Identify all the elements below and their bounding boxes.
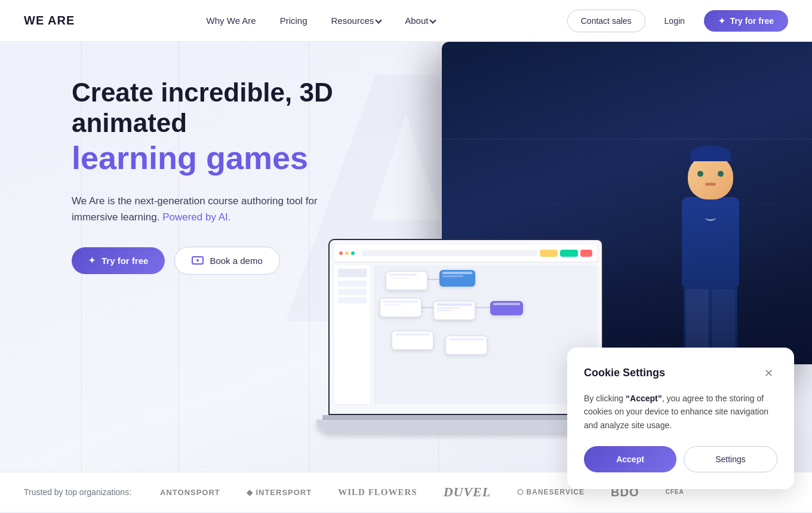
resources-chevron-icon [376,17,382,23]
wf-sidebar [334,265,370,404]
contact-sales-button[interactable]: Contact sales [567,10,645,32]
cookie-banner: Cookie Settings ✕ By clicking “Accept”, … [567,348,794,489]
wf-node-5 [490,301,523,315]
char-torso [682,197,739,287]
about-chevron-icon [430,17,436,23]
nav-links: Why We Are Pricing Resources About [197,11,445,30]
cookie-body-text: By clicking “Accept”, you agree to the s… [584,392,777,432]
nav-item-about[interactable]: About [395,11,445,30]
cookie-title: Cookie Settings [584,367,665,379]
brand-wildflowers: Wild Flowers [338,487,417,497]
powered-by-ai-text: Powered by AI. [162,211,230,223]
wf-node-2 [439,270,475,287]
character-body [682,139,739,364]
brand-cfea: CFEA [665,489,684,496]
try-free-hero-button[interactable]: ✦ Try for free [72,247,165,274]
wf-node-6 [392,331,433,350]
hero-heading-line2: learning games [72,140,430,176]
brand-intersport: ◆ INTERSPORT [247,488,312,497]
nav-item-why-we-are[interactable]: Why We Are [197,11,266,30]
login-button[interactable]: Login [653,10,697,32]
trusted-label: Trusted by top organizations: [24,487,131,497]
cookie-actions: Accept Settings [584,446,777,472]
char-hat [690,146,731,161]
brand-antonsport: ANTONSPORT [160,488,220,497]
hero-subtext: We Are is the next-generation course aut… [72,193,358,225]
laptop-hinge [322,415,609,420]
hero-cta-buttons: ✦ Try for free Book a demo [72,247,430,275]
navigation: WE ARE Why We Are Pricing Resources Abou… [0,0,812,42]
cookie-settings-button[interactable]: Settings [684,446,777,472]
brand-baneservice: ⬡ baneservice [517,488,585,496]
cookie-header: Cookie Settings ✕ [584,364,777,382]
nav-item-resources[interactable]: Resources [322,11,391,30]
accept-cookies-button[interactable]: Accept [584,446,676,472]
wf-content [334,265,597,404]
nav-actions: Contact sales Login ✦ Try for free [567,10,788,32]
wf-node-3 [380,298,422,317]
book-demo-button[interactable]: Book a demo [174,247,279,275]
cookie-close-button[interactable]: ✕ [759,364,777,382]
nav-item-pricing[interactable]: Pricing [270,11,317,30]
wf-main [374,265,597,404]
hero-heading-line1: Create incredible, 3D animated [72,78,430,138]
brand-duvel: Duvel [444,484,491,500]
demo-screen-icon [192,256,204,265]
char-legs [684,287,737,352]
wf-node-7 [445,336,487,355]
3d-character [645,90,776,364]
hero-content: Create incredible, 3D animated learning … [72,78,430,275]
logo[interactable]: WE ARE [24,14,75,27]
hero-spark-icon: ✦ [88,256,96,265]
wf-node-4 [433,301,475,320]
try-free-nav-button[interactable]: ✦ Try for free [704,10,788,32]
spark-icon: ✦ [718,16,725,26]
